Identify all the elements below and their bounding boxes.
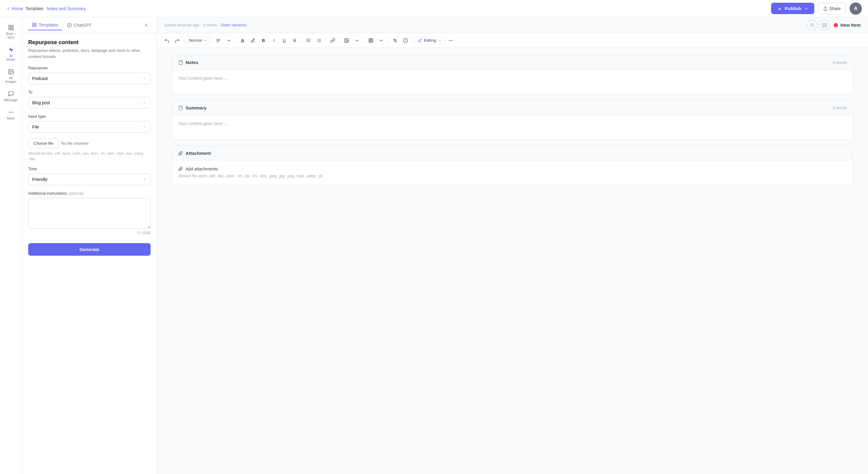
words-text: 0 words bbox=[203, 23, 217, 27]
svg-rect-11 bbox=[32, 25, 34, 27]
text-color-button[interactable]: A bbox=[238, 36, 248, 45]
svg-rect-0 bbox=[8, 26, 10, 27]
to-select[interactable]: Blog post Social post Email Podcast bbox=[28, 97, 151, 108]
editor-area: Saved seconds ago 0 words Older versions… bbox=[157, 17, 868, 474]
image-dropdown-button[interactable] bbox=[352, 36, 362, 45]
toolbar-divider-9 bbox=[412, 37, 412, 43]
toolbar-divider-2 bbox=[211, 37, 212, 43]
top-right-actions: Publish Share A bbox=[771, 2, 862, 15]
template-name: Notes and Summary bbox=[46, 6, 86, 11]
sidebar-item-message[interactable]: Message bbox=[1, 88, 21, 104]
clear-format-button[interactable] bbox=[390, 36, 400, 45]
normal-style-select[interactable]: Normal bbox=[186, 36, 210, 44]
more-options-button[interactable] bbox=[446, 36, 456, 45]
italic-button[interactable]: I bbox=[269, 36, 279, 45]
svg-point-37 bbox=[449, 40, 450, 41]
file-input-group: Choose file No file choosen Allowed form… bbox=[28, 138, 151, 161]
table-dropdown-button[interactable] bbox=[376, 36, 386, 45]
svg-rect-2 bbox=[8, 28, 10, 30]
user-avatar[interactable]: A bbox=[849, 2, 862, 15]
publish-button[interactable]: Publish bbox=[771, 3, 814, 14]
underline-button[interactable]: U bbox=[279, 36, 289, 45]
svg-rect-9 bbox=[32, 23, 34, 25]
breadcrumb-prefix: Template: bbox=[26, 6, 44, 11]
attachment-title: Attachment bbox=[178, 151, 211, 156]
sidebar-item-ai-images[interactable]: AI Images bbox=[1, 66, 21, 86]
svg-point-6 bbox=[8, 112, 9, 113]
input-type-label: Input type bbox=[28, 114, 151, 119]
summary-word-count: 0 words bbox=[833, 105, 847, 110]
additional-label: Additional instructions (optional) bbox=[28, 191, 84, 196]
bold-button[interactable]: B bbox=[258, 36, 268, 45]
undo-button[interactable] bbox=[162, 36, 172, 45]
older-versions-link[interactable]: Older versions bbox=[221, 23, 247, 27]
editing-mode-selector[interactable]: Editing bbox=[414, 36, 445, 44]
table-button[interactable] bbox=[366, 36, 376, 45]
additional-textarea[interactable] bbox=[28, 198, 151, 229]
tab-chatgpt-label: ChatGPT bbox=[73, 23, 91, 28]
editing-mode-label: Editing bbox=[424, 38, 436, 43]
summary-title-text: Summary bbox=[186, 105, 207, 110]
share-label: Share bbox=[829, 6, 841, 11]
svg-point-7 bbox=[10, 112, 11, 113]
svg-rect-12 bbox=[35, 25, 36, 27]
home-link[interactable]: Home bbox=[6, 6, 23, 11]
strikethrough-button[interactable]: S bbox=[290, 36, 300, 45]
special-char-button[interactable] bbox=[401, 36, 410, 45]
repurpose-select[interactable]: Podcast Video Blog post Social post bbox=[28, 73, 151, 84]
attachment-title-text: Attachment bbox=[186, 151, 211, 156]
choose-file-button[interactable]: Choose file bbox=[28, 138, 59, 148]
file-input-row: Choose file No file choosen bbox=[28, 138, 151, 148]
char-count: 0 / 5000 bbox=[28, 231, 151, 235]
highlight-button[interactable] bbox=[248, 36, 258, 45]
share-image-icon-button[interactable] bbox=[819, 20, 830, 31]
align-button[interactable] bbox=[214, 36, 223, 45]
publish-label: Publish bbox=[784, 6, 801, 11]
bullet-list-button[interactable] bbox=[304, 36, 313, 45]
repurpose-title: Repurpose content bbox=[28, 39, 151, 46]
toolbar-divider-5 bbox=[326, 37, 326, 43]
notes-word-count: 0 words bbox=[833, 60, 847, 65]
summary-placeholder: Your content goes here ... bbox=[178, 121, 847, 126]
attachment-section-header: Attachment bbox=[172, 146, 853, 160]
top-bar: Home Template: Notes and Summary Publish… bbox=[0, 0, 868, 17]
align-dropdown-button[interactable] bbox=[224, 36, 234, 45]
image-button[interactable] bbox=[342, 36, 351, 45]
ordered-list-button[interactable] bbox=[314, 36, 324, 45]
svg-point-16 bbox=[824, 24, 824, 25]
svg-point-39 bbox=[452, 40, 453, 41]
share-button[interactable]: Share bbox=[818, 3, 846, 14]
svg-point-25 bbox=[307, 41, 307, 42]
additional-form-group: Additional instructions (optional) 0 / 5… bbox=[28, 191, 151, 235]
generate-button[interactable]: Generate bbox=[28, 243, 151, 256]
link-button[interactable] bbox=[328, 36, 338, 45]
summary-body[interactable]: Your content goes here ... bbox=[172, 115, 853, 139]
notes-section: Notes 0 words Your content goes here ... bbox=[172, 55, 853, 94]
attachment-formats: Allowed file extns: .pdf, .doc, .docx, .… bbox=[178, 174, 847, 178]
svg-rect-1 bbox=[11, 26, 13, 27]
toolbar-divider-3 bbox=[236, 37, 236, 43]
svg-point-38 bbox=[450, 40, 451, 41]
redo-button[interactable] bbox=[173, 36, 182, 45]
input-type-form-group: Input type File URL Text bbox=[28, 114, 151, 133]
tab-chatgpt[interactable]: ChatGPT bbox=[63, 20, 95, 30]
new-item-label: New Item bbox=[840, 22, 861, 28]
new-item-display: New Item bbox=[834, 22, 861, 28]
toolbar-divider-8 bbox=[388, 37, 388, 43]
sidebar-item-more[interactable]: More bbox=[1, 107, 21, 123]
tone-select[interactable]: Friendly Professional Casual Formal bbox=[28, 173, 151, 185]
add-user-icon-button[interactable] bbox=[807, 20, 818, 31]
sidebar-item-brief-seo[interactable]: Brief + SEO bbox=[1, 22, 21, 42]
sidebar-label-more: More bbox=[7, 117, 15, 120]
collapse-panel-button[interactable] bbox=[142, 21, 151, 29]
saved-text: Saved seconds ago bbox=[164, 23, 199, 27]
sidebar-item-ai-writer[interactable]: AI Writer bbox=[1, 44, 21, 64]
notes-body[interactable]: Your content goes here ... bbox=[172, 70, 853, 94]
additional-instructions-label: Additional instructions bbox=[28, 191, 67, 196]
attachment-body: Add attachments Allowed file extns: .pdf… bbox=[172, 160, 853, 184]
add-attachments-button[interactable]: Add attachments bbox=[178, 166, 847, 171]
tab-templates[interactable]: Templates bbox=[28, 20, 62, 30]
summary-section-header: Summary 0 words bbox=[172, 101, 853, 115]
input-type-select[interactable]: File URL Text bbox=[28, 121, 151, 133]
to-form-group: To Blog post Social post Email Podcast bbox=[28, 90, 151, 108]
